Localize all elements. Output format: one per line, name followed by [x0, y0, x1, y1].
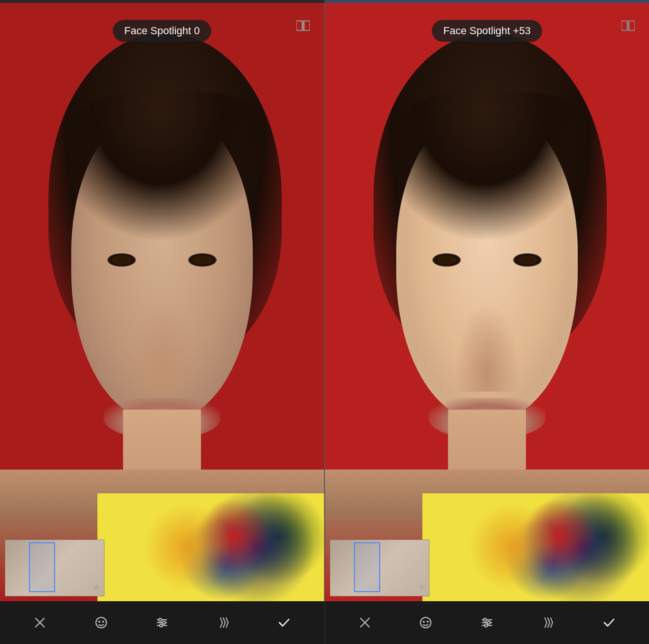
svg-rect-3 [621, 21, 627, 30]
thumbnail-selection-left [29, 542, 55, 592]
photo-left [0, 3, 324, 601]
svg-point-26 [487, 621, 490, 624]
thumbnail-star-left: ★ [93, 582, 100, 592]
svg-point-9 [98, 621, 100, 623]
eyes-left [81, 230, 243, 290]
nose-right [455, 302, 519, 392]
thumbnail-strip-left[interactable]: ★ [5, 539, 105, 596]
eyes-right [406, 230, 568, 290]
label-badge-right: Face Spotlight +53 [432, 20, 542, 42]
label-badge-left: Face Spotlight 0 [113, 20, 211, 42]
face-button-right[interactable] [415, 612, 436, 633]
toolbar [0, 601, 649, 644]
thumbnail-selection-right [354, 542, 380, 592]
svg-point-15 [162, 621, 165, 624]
confirm-button-left[interactable] [274, 612, 295, 633]
thumbnail-star-right: ★ [418, 582, 425, 592]
panel-right: Face Spotlight +53 [325, 3, 649, 601]
svg-point-14 [159, 618, 162, 621]
toolbar-left [0, 601, 324, 644]
presets-button-right[interactable] [537, 612, 558, 633]
hair-forehead-left [65, 93, 275, 242]
eye-right-r [513, 253, 542, 267]
svg-point-16 [160, 624, 162, 627]
nose-left [130, 302, 194, 392]
svg-point-8 [96, 617, 106, 628]
photo-right [325, 3, 649, 601]
confirm-button-right[interactable] [599, 612, 620, 633]
svg-point-21 [427, 621, 429, 623]
svg-point-19 [420, 617, 431, 628]
clothing-left [97, 493, 324, 601]
thumbnail-inner-right: ★ [330, 540, 429, 596]
face-button-left[interactable] [91, 612, 112, 633]
svg-point-25 [484, 618, 487, 621]
adjustments-button-left[interactable] [152, 612, 172, 633]
svg-point-10 [102, 621, 104, 623]
svg-rect-1 [304, 21, 310, 30]
compare-icon-left[interactable] [296, 20, 310, 34]
panel-left: Face Spotlight 0 [0, 3, 325, 601]
compare-icon-right[interactable] [621, 20, 635, 34]
svg-point-20 [423, 621, 425, 623]
eye-left-r [432, 253, 461, 267]
eye-left-l [107, 253, 136, 267]
svg-rect-4 [629, 21, 635, 30]
panels-container: Face Spotlight 0 [0, 3, 649, 601]
cancel-button-right[interactable] [354, 612, 375, 633]
toolbar-right [324, 601, 649, 644]
thumbnail-inner-left: ★ [5, 540, 104, 596]
presets-button-left[interactable] [213, 612, 234, 633]
cancel-button-left[interactable] [29, 612, 50, 633]
hair-forehead-right [390, 93, 600, 242]
clothing-right [422, 493, 649, 601]
thumbnail-strip-right[interactable]: ★ [330, 539, 429, 596]
svg-rect-0 [296, 21, 302, 30]
adjustments-button-right[interactable] [477, 612, 497, 633]
eye-right-l [188, 253, 217, 267]
svg-point-27 [485, 624, 487, 627]
